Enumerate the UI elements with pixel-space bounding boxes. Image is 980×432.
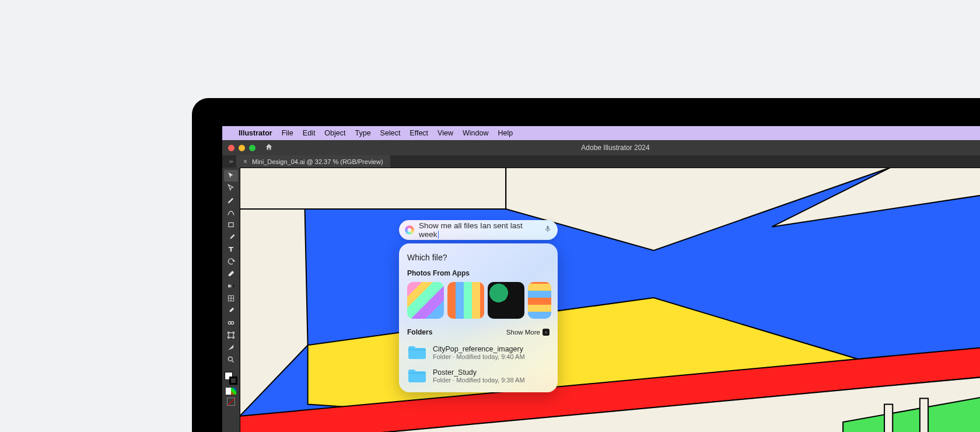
photo-thumbnails	[407, 282, 550, 319]
svg-rect-1	[228, 285, 233, 288]
photo-thumbnail[interactable]	[528, 282, 551, 319]
folder-icon	[407, 344, 427, 361]
gradient-tool[interactable]	[224, 280, 238, 292]
folders-section-label: Folders Show More ›	[407, 328, 550, 336]
color-mode-toggle[interactable]	[226, 388, 236, 395]
stroke-swatch[interactable]	[229, 377, 237, 385]
svg-rect-0	[229, 223, 233, 227]
blend-tool[interactable]	[224, 317, 238, 329]
svg-point-4	[231, 322, 234, 325]
rectangle-tool[interactable]	[224, 219, 238, 231]
svg-rect-5	[229, 333, 233, 337]
screen: Illustrator File Edit Object Type Select…	[222, 126, 980, 432]
folder-icon	[407, 368, 427, 384]
svg-rect-17	[920, 398, 928, 432]
photo-thumbnail[interactable]	[488, 282, 524, 319]
eyedropper-tool[interactable]	[224, 305, 238, 316]
minimize-window-button[interactable]	[239, 145, 245, 151]
photos-section-label: Photos From Apps	[407, 269, 550, 277]
monitor-bezel: Illustrator File Edit Object Type Select…	[192, 98, 980, 432]
close-tab-icon[interactable]: ×	[243, 158, 247, 166]
menu-effect[interactable]: Effect	[410, 129, 428, 137]
svg-point-6	[228, 357, 232, 361]
menu-type[interactable]: Type	[355, 129, 371, 137]
menu-view[interactable]: View	[438, 129, 453, 137]
folder-result[interactable]: CityPop_reference_imagery Folder · Modif…	[407, 341, 550, 364]
mac-menubar: Illustrator File Edit Object Type Select…	[222, 126, 980, 140]
folder-subtitle: Folder · Modified today, 9:38 AM	[433, 377, 525, 384]
traffic-lights	[228, 145, 256, 151]
document-tabbar: ›› × Mini_Design_04.ai @ 32.37 % (RGB/Pr…	[222, 155, 980, 168]
menu-window[interactable]: Window	[463, 129, 488, 137]
menu-select[interactable]: Select	[380, 129, 401, 137]
menu-object[interactable]: Object	[324, 129, 345, 137]
siri-icon	[405, 225, 414, 235]
canvas[interactable]: Show me all files Ian sent last week Whi…	[240, 168, 980, 432]
photo-thumbnail[interactable]	[447, 282, 484, 319]
slice-tool[interactable]	[224, 342, 238, 353]
artboard-tool[interactable]	[224, 329, 238, 341]
window-titlebar: Adobe Illustrator 2024	[222, 140, 980, 155]
no-color-icon[interactable]	[227, 398, 235, 406]
folder-result[interactable]: Poster_Study Folder · Modified today, 9:…	[407, 364, 550, 388]
search-field[interactable]: Show me all files Ian sent last week	[399, 220, 558, 240]
svg-point-3	[228, 322, 231, 325]
app-menu[interactable]: Illustrator	[239, 129, 272, 137]
window-title: Adobe Illustrator 2024	[222, 144, 980, 152]
pen-tool[interactable]	[224, 194, 238, 206]
siri-results-panel: Which file? Photos From Apps Folders	[399, 243, 558, 392]
direct-selection-tool[interactable]	[224, 182, 238, 194]
svg-rect-16	[884, 405, 892, 432]
artwork	[240, 168, 980, 432]
folder-subtitle: Folder · Modified today, 9:40 AM	[433, 353, 525, 360]
paintbrush-tool[interactable]	[224, 231, 238, 243]
document-tab[interactable]: × Mini_Design_04.ai @ 32.37 % (RGB/Previ…	[236, 155, 390, 168]
rotate-tool[interactable]	[224, 256, 238, 267]
folder-name: CityPop_reference_imagery	[433, 345, 525, 353]
eraser-tool[interactable]	[224, 268, 238, 280]
zoom-window-button[interactable]	[249, 145, 256, 151]
close-window-button[interactable]	[228, 145, 235, 151]
curvature-tool[interactable]	[224, 207, 238, 218]
menu-file[interactable]: File	[282, 129, 293, 137]
expand-tabs-button[interactable]: ››	[226, 155, 236, 168]
fill-stroke-swatches[interactable]	[225, 372, 237, 385]
document-tab-label: Mini_Design_04.ai @ 32.37 % (RGB/Preview…	[252, 158, 383, 165]
photo-thumbnail[interactable]	[407, 282, 444, 319]
workspace: Show me all files Ian sent last week Whi…	[222, 168, 980, 432]
tool-panel	[222, 168, 240, 432]
menu-help[interactable]: Help	[498, 129, 513, 137]
microphone-icon[interactable]	[544, 225, 552, 235]
show-more-button[interactable]: Show More ›	[506, 329, 550, 336]
mesh-tool[interactable]	[224, 292, 238, 304]
type-tool[interactable]	[224, 243, 238, 255]
chevron-right-icon: ›	[542, 329, 550, 336]
siri-prompt: Which file?	[407, 253, 550, 262]
search-query-text: Show me all files Ian sent last week	[419, 221, 539, 239]
zoom-tool[interactable]	[224, 354, 238, 365]
selection-tool[interactable]	[224, 170, 238, 182]
folder-name: Poster_Study	[433, 368, 525, 377]
home-icon[interactable]	[265, 143, 273, 153]
siri-search-panel: Show me all files Ian sent last week Whi…	[399, 220, 558, 392]
menu-edit[interactable]: Edit	[303, 129, 316, 137]
